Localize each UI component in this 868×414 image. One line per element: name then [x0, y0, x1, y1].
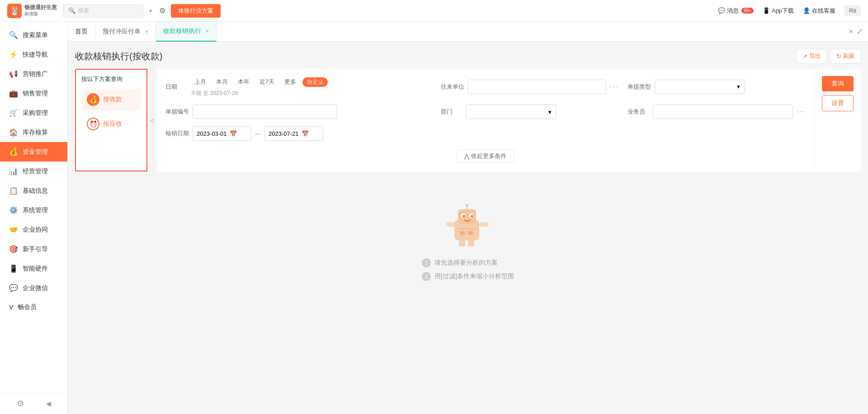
- sidebar-label-marketing: 营销推广: [23, 70, 48, 78]
- sidebar-label-basic: 基础信息: [23, 187, 48, 195]
- writeoff-date-field: 核销日期 2023-03-01 📅 — 2023-07-21 📅: [165, 126, 805, 141]
- sidebar-item-management[interactable]: 📊 经营管理: [0, 162, 67, 181]
- doc-no-input[interactable]: [193, 105, 337, 119]
- date-btn-more[interactable]: 更多: [281, 76, 300, 88]
- sidebar-item-wechat[interactable]: 💬 企业微信: [0, 278, 67, 298]
- svg-point-7: [466, 204, 468, 207]
- gear-icon[interactable]: ⚙: [159, 6, 165, 15]
- date-custom-badge[interactable]: 自定义: [302, 77, 328, 87]
- sidebar-item-basic[interactable]: 📋 基础信息: [0, 181, 67, 200]
- chevron-down-icon[interactable]: ▾: [149, 8, 152, 14]
- doc-type-chevron-icon: ▾: [737, 83, 740, 90]
- filter-option-by-receivable[interactable]: ⏰ 按应收: [81, 113, 141, 135]
- guide-icon: 🎯: [9, 245, 18, 253]
- date-btn-last-month[interactable]: 上月: [191, 76, 210, 88]
- counterparty-more-icon[interactable]: ···: [610, 83, 618, 91]
- sidebar-label-management: 经营管理: [23, 167, 48, 176]
- sidebar-label-collab: 企业协同: [23, 226, 48, 234]
- online-service-item[interactable]: 👤 在线客服: [803, 7, 835, 15]
- wechat-icon: 💬: [9, 284, 18, 292]
- sidebar-item-purchase[interactable]: 🛒 采购管理: [0, 103, 67, 123]
- filter-option-by-receipt[interactable]: 💰 按收款: [81, 89, 141, 110]
- export-button[interactable]: ↗ 导出: [797, 49, 827, 63]
- sidebar-item-finance[interactable]: 💰 资金管理: [0, 142, 67, 162]
- dept-chevron-icon: ▾: [548, 109, 552, 115]
- page-title: 收款核销执行(按收款): [75, 50, 162, 62]
- calendar-start-icon: 📅: [230, 130, 237, 137]
- date-btn-this-year[interactable]: 本年: [234, 76, 253, 88]
- query-button[interactable]: 查询: [822, 76, 854, 91]
- svg-rect-9: [479, 222, 488, 227]
- sidebar-item-collab[interactable]: 🤝 企业协同: [0, 220, 67, 239]
- tab-prepay-label: 预付冲应付单: [103, 28, 141, 36]
- export-icon: ↗: [802, 53, 807, 60]
- filter-row-3: 核销日期 2023-03-01 📅 — 2023-07-21 📅: [165, 126, 805, 141]
- collapse-up-icon: ⋀: [464, 153, 469, 160]
- date-btn-this-month[interactable]: 本月: [212, 76, 231, 88]
- solution-button[interactable]: 体验行业方案: [171, 4, 221, 18]
- tab-prepay-close[interactable]: ×: [145, 29, 148, 35]
- sidebar-item-quick[interactable]: ⚡ 快捷导航: [0, 45, 67, 64]
- app-download-item[interactable]: 📱 App下载: [763, 7, 794, 15]
- doc-type-field: 单据类型 ▾: [627, 80, 805, 94]
- main-layout: 🔍 搜索菜单 ⚡ 快捷导航 📢 营销推广 💼 销售管理 🛒 采购管理 🏠 库存核…: [0, 22, 868, 414]
- messages-label: 消息: [727, 7, 739, 15]
- setting-button[interactable]: 设置: [822, 95, 854, 111]
- tab-home[interactable]: 首页: [68, 22, 95, 42]
- sidebar-item-search[interactable]: 🔍 搜索菜单: [0, 25, 67, 45]
- doc-type-select[interactable]: ▾: [655, 80, 745, 94]
- sidebar-item-member[interactable]: V 畅会员: [0, 298, 67, 317]
- purchase-icon: 🛒: [9, 109, 18, 117]
- collapse-more-button[interactable]: ⋀ 收起更多条件: [457, 150, 514, 162]
- writeoff-end-text: 2023-07-21: [269, 130, 299, 137]
- receipt-option-label: 按收款: [103, 95, 122, 104]
- filter-collapse-toggle[interactable]: ◁: [147, 69, 156, 171]
- sidebar-item-marketing[interactable]: 📢 营销推广: [0, 64, 67, 84]
- search-bar[interactable]: 🔍 搜索: [62, 4, 144, 18]
- logo-icon: 🐰: [7, 4, 22, 18]
- svg-rect-14: [468, 231, 473, 235]
- staff-field: 业务员 ···: [627, 105, 805, 119]
- download-icon: 📱: [763, 7, 770, 14]
- staff-input[interactable]: [653, 105, 793, 119]
- collapse-sidebar-icon[interactable]: ◀: [46, 400, 51, 407]
- counterparty-input[interactable]: [468, 80, 606, 94]
- sidebar-item-sales[interactable]: 💼 销售管理: [0, 84, 67, 103]
- tab-writeoff[interactable]: 收款核销执行 ×: [156, 22, 217, 42]
- search-icon: 🔍: [68, 7, 75, 14]
- writeoff-start-date[interactable]: 2023-03-01 📅: [193, 126, 251, 141]
- tip-text-2: 用[过滤]条件来缩小分析范围: [434, 272, 514, 281]
- doc-type-label: 单据类型: [627, 83, 651, 91]
- topbar: 🐰 畅捷通好生意 标准版 🔍 搜索 ▾ ⚙ 体验行业方案 💬 消息 99+ 📱 …: [0, 0, 868, 22]
- svg-rect-8: [446, 222, 455, 227]
- dept-select[interactable]: ▾: [466, 105, 557, 119]
- marketing-icon: 📢: [9, 70, 18, 78]
- inventory-icon: 🏠: [9, 128, 18, 137]
- date-btn-7days[interactable]: 近7天: [256, 76, 278, 88]
- user-avatar[interactable]: Rit: [844, 5, 861, 16]
- date-field: 日期 上月 本月 本年 近7天 更多 自定义 不限 至: [165, 76, 432, 97]
- management-icon: 📊: [9, 167, 18, 176]
- tabbar: 首页 预付冲应付单 × 收款核销执行 × × ⤢: [68, 22, 868, 42]
- tip-num-1: 1: [422, 258, 431, 267]
- empty-tip-1: 1 请先选择要分析的方案: [422, 258, 514, 267]
- staff-more-icon[interactable]: ···: [797, 108, 805, 116]
- sidebar-item-hardware[interactable]: 📱 智能硬件: [0, 259, 67, 278]
- close-all-icon[interactable]: ×: [849, 28, 853, 36]
- doc-no-field: 单据编号: [165, 105, 432, 119]
- expand-icon[interactable]: ⤢: [857, 27, 863, 36]
- counterparty-field: 往来单位 ···: [441, 80, 618, 94]
- sidebar-item-inventory[interactable]: 🏠 库存核算: [0, 123, 67, 142]
- system-icon: ⚙️: [9, 206, 18, 214]
- refresh-button[interactable]: ↻ 刷新: [830, 49, 861, 63]
- service-icon: 👤: [803, 7, 810, 14]
- staff-label: 业务员: [627, 108, 649, 116]
- settings-bottom-icon[interactable]: ⚙: [17, 399, 24, 409]
- writeoff-end-date[interactable]: 2023-07-21 📅: [264, 126, 323, 141]
- tab-writeoff-close[interactable]: ×: [206, 28, 209, 34]
- messages-item[interactable]: 💬 消息 99+: [718, 7, 754, 15]
- sidebar-item-guide[interactable]: 🎯 新手引导: [0, 239, 67, 259]
- date-shortcuts: 上月 本月 本年 近7天 更多 自定义: [191, 76, 328, 88]
- sidebar-item-system[interactable]: ⚙️ 系统管理: [0, 200, 67, 220]
- tab-prepay[interactable]: 预付冲应付单 ×: [95, 22, 156, 42]
